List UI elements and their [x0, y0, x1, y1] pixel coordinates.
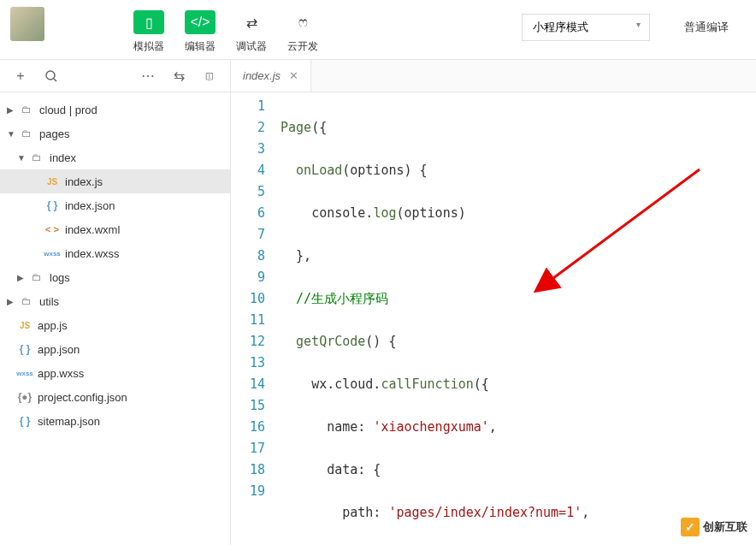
- js-icon: JS: [44, 177, 60, 187]
- more-button[interactable]: ⋯: [134, 64, 162, 88]
- code-editor[interactable]: 12345678910111213141516171819 Page({ onL…: [231, 92, 756, 545]
- watermark-text: 创新互联: [703, 519, 747, 535]
- add-file-button[interactable]: +: [7, 64, 34, 88]
- top-toolbar: ▯ 模拟器 </> 编辑器 ⇄ 调试器 ෆ 云开发 小程序模式 普通编译: [0, 0, 756, 60]
- tree-app-json[interactable]: { }app.json: [0, 337, 230, 361]
- cloud-icon: ෆ: [287, 10, 318, 34]
- main-area: + ⋯ ⇆ ⎅ ▶🗀cloud | prod ▼🗀pages ▼🗀index J…: [0, 60, 756, 545]
- editor-area: index.js ✕ 12345678910111213141516171819…: [231, 60, 756, 545]
- sidebar: + ⋯ ⇆ ⎅ ▶🗀cloud | prod ▼🗀pages ▼🗀index J…: [0, 60, 231, 545]
- tree-index-wxss[interactable]: wxssindex.wxss: [0, 241, 230, 265]
- search-button[interactable]: [38, 64, 65, 88]
- json-icon: { }: [17, 343, 32, 355]
- phone-icon: ▯: [133, 10, 164, 34]
- settings-icon: ⇄: [236, 10, 267, 34]
- config-icon: {●}: [17, 391, 32, 403]
- js-icon: JS: [17, 321, 32, 330]
- watermark: ✓ 创新互联: [681, 518, 747, 536]
- file-tree: ▶🗀cloud | prod ▼🗀pages ▼🗀index JSindex.j…: [0, 92, 230, 545]
- tree-app-js[interactable]: JSapp.js: [0, 313, 230, 337]
- simulator-label: 模拟器: [133, 39, 164, 54]
- folder-icon: 🗀: [19, 295, 34, 307]
- tree-pages-folder[interactable]: ▼🗀pages: [0, 121, 230, 145]
- editor-button[interactable]: </> 编辑器: [178, 7, 222, 57]
- editor-label: 编辑器: [185, 39, 216, 54]
- compile-label[interactable]: 普通编译: [684, 20, 729, 35]
- tree-logs-folder[interactable]: ▶🗀logs: [0, 265, 230, 289]
- cloud-dev-button[interactable]: ෆ 云开发: [281, 7, 325, 57]
- mode-dropdown[interactable]: 小程序模式: [522, 14, 650, 41]
- svg-point-0: [46, 71, 55, 80]
- tab-label: index.js: [243, 69, 281, 82]
- collapse-button[interactable]: ⇆: [165, 64, 192, 88]
- code-content[interactable]: Page({ onLoad(options) { console.log(opt…: [281, 92, 756, 545]
- tree-index-folder[interactable]: ▼🗀index: [0, 145, 230, 169]
- tree-sitemap-json[interactable]: { }sitemap.json: [0, 409, 230, 433]
- folder-icon: 🗀: [29, 271, 44, 283]
- json-icon: { }: [17, 415, 32, 427]
- tree-app-wxss[interactable]: wxssapp.wxss: [0, 361, 230, 385]
- split-button[interactable]: ⎅: [196, 64, 223, 88]
- wxss-icon: wxss: [44, 250, 60, 258]
- tab-bar: index.js ✕: [231, 60, 756, 92]
- close-icon[interactable]: ✕: [289, 69, 298, 82]
- sidebar-toolbar: + ⋯ ⇆ ⎅: [0, 60, 230, 92]
- tree-index-js[interactable]: JSindex.js: [0, 169, 230, 193]
- code-icon: </>: [185, 10, 216, 34]
- tree-utils-folder[interactable]: ▶🗀utils: [0, 289, 230, 313]
- avatar[interactable]: [10, 7, 44, 41]
- debugger-label: 调试器: [236, 39, 267, 54]
- search-icon: [44, 69, 58, 83]
- tree-index-json[interactable]: { }index.json: [0, 193, 230, 217]
- tree-cloud-folder[interactable]: ▶🗀cloud | prod: [0, 98, 230, 121]
- tree-project-config[interactable]: {●}project.config.json: [0, 385, 230, 409]
- folder-icon: 🗀: [19, 104, 34, 116]
- debugger-button[interactable]: ⇄ 调试器: [229, 7, 274, 57]
- simulator-button[interactable]: ▯ 模拟器: [127, 7, 171, 57]
- watermark-icon: ✓: [681, 518, 700, 536]
- svg-line-1: [54, 79, 56, 81]
- line-gutter: 12345678910111213141516171819: [231, 92, 281, 545]
- folder-icon: 🗀: [19, 127, 34, 139]
- folder-icon: 🗀: [29, 151, 44, 163]
- json-icon: { }: [44, 199, 60, 211]
- tab-index-js[interactable]: index.js ✕: [231, 60, 311, 92]
- tree-index-wxml[interactable]: < >index.wxml: [0, 217, 230, 241]
- cloud-dev-label: 云开发: [287, 39, 318, 54]
- wxml-icon: < >: [44, 224, 60, 234]
- wxss-icon: wxss: [17, 370, 32, 377]
